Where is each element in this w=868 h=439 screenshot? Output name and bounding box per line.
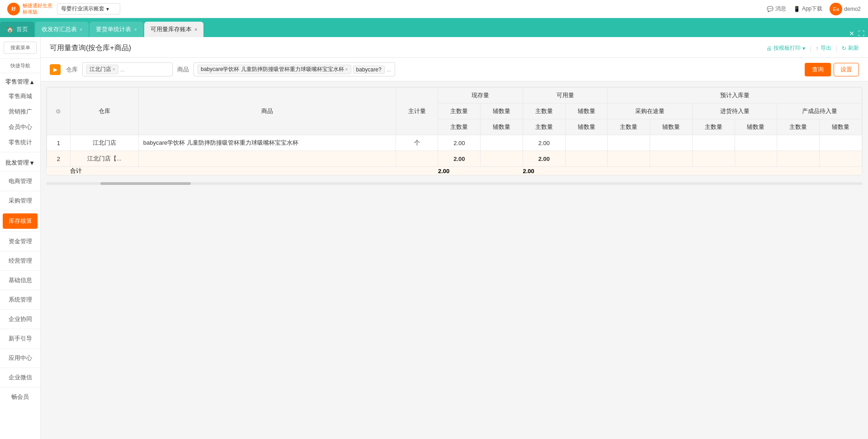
sidebar-item-enterprise[interactable]: 企业协同 xyxy=(0,312,40,327)
product-tag-2[interactable]: babycare? xyxy=(353,66,385,74)
divider-12 xyxy=(0,368,40,368)
tab-order-stats[interactable]: 要货单统计表 × xyxy=(90,22,143,37)
divider-10 xyxy=(0,329,40,329)
horizontal-scrollbar[interactable] xyxy=(41,181,868,186)
chevron-down-icon-print: ▾ xyxy=(802,45,805,52)
product-filter-label: 商品 xyxy=(177,66,189,74)
col-purchase-transit-header: 采购在途量 xyxy=(608,104,692,119)
refresh-icon: ↻ xyxy=(842,45,846,52)
sidebar-item-system[interactable]: 系统管理 xyxy=(0,292,40,307)
product-more[interactable]: ... xyxy=(387,66,391,73)
divider-4 xyxy=(0,210,40,211)
nav-maximize-btn[interactable]: ⛶ xyxy=(858,30,864,37)
sidebar-item-operations[interactable]: 经营管理 xyxy=(0,253,40,269)
col-available-aux-qty: 辅数量 xyxy=(565,104,608,119)
tab-close-order-stats[interactable]: × xyxy=(134,27,137,32)
nav-tabs: 🏠 首页 收发存汇总表 × 要货单统计表 × 可用量库存账本 × ✕ ⛶ xyxy=(0,18,868,37)
sidebar-item-inventory[interactable]: 库存核算 xyxy=(3,213,38,229)
col-planned-inbound-header: 预计入库量 xyxy=(608,88,862,104)
total-inb-main xyxy=(692,167,735,175)
setting-button[interactable]: 设置 xyxy=(834,63,859,76)
export-button[interactable]: ↑ 导出 xyxy=(816,44,831,52)
col-current-main-qty: 主数量 xyxy=(438,104,481,119)
sidebar-item-marketing[interactable]: 营销推广 xyxy=(0,104,40,119)
query-button[interactable]: 查询 xyxy=(805,63,831,76)
divider-8 xyxy=(0,290,40,290)
print-template-button[interactable]: 🖨 按模板打印 ▾ xyxy=(766,44,805,52)
total-label xyxy=(47,167,71,175)
tab-receipts[interactable]: 收发存汇总表 × xyxy=(35,22,89,37)
filter-toggle-button[interactable]: ▶ xyxy=(50,64,61,75)
tab-close-inventory-ledger[interactable]: × xyxy=(194,27,197,32)
warehouse-more[interactable]: ... xyxy=(120,66,125,73)
sidebar-item-vip[interactable]: 畅会员 xyxy=(0,389,40,405)
row1-pur-main xyxy=(608,135,650,151)
warehouse-tag-close-1[interactable]: × xyxy=(113,67,115,72)
row1-avail-aux xyxy=(565,135,608,151)
search-menu-button[interactable]: 搜索菜单 xyxy=(4,42,37,54)
divider-1 xyxy=(0,152,40,152)
total-prod-aux xyxy=(820,167,862,175)
product-tag-close-1[interactable]: × xyxy=(345,67,348,72)
sidebar-item-ecommerce[interactable]: 电商管理 xyxy=(0,174,40,189)
col-avail-main-qty2: 主数量 xyxy=(523,119,565,135)
col-inbound-pending-header: 进货待入量 xyxy=(692,104,777,119)
sidebar-item-retail-stats[interactable]: 零售统计 xyxy=(0,135,40,150)
top-bar-right: 💬 消息 📱 App下载 Ea demo2 xyxy=(767,3,861,15)
row2-avail-main: 2.00 xyxy=(523,151,565,167)
warehouse-tag-1[interactable]: 江北门店 × xyxy=(86,65,118,74)
sidebar-item-basic[interactable]: 基础信息 xyxy=(0,273,40,288)
row2-inb-aux xyxy=(735,151,777,167)
col-purchase-main: 主数量 xyxy=(608,119,650,135)
total-pur-main xyxy=(608,167,650,175)
product-filter-input[interactable]: babycare学饮杯 儿童防摔防撞吸管杯重力球吸嘴杯宝宝水杯 × babyca… xyxy=(193,62,395,76)
sidebar-item-newbie[interactable]: 新手引导 xyxy=(0,331,40,346)
sidebar-item-wechat[interactable]: 企业微信 xyxy=(0,370,40,385)
product-tag-1[interactable]: babycare学饮杯 儿童防摔防撞吸管杯重力球吸嘴杯宝宝水杯 × xyxy=(198,65,351,74)
avatar: Ea xyxy=(830,3,842,15)
total-avail-main: 2.00 xyxy=(523,167,565,175)
nav-close-btn[interactable]: ✕ xyxy=(849,30,854,37)
scroll-thumb[interactable] xyxy=(100,182,191,185)
row1-prod-aux xyxy=(820,135,862,151)
scroll-track xyxy=(46,182,863,185)
inventory-table: ⚙ 仓库 商品 主计量 现存量 可用量 预计入库量 主数量 辅数量 主数量 辅数… xyxy=(47,87,862,175)
table-container: ⚙ 仓库 商品 主计量 现存量 可用量 预计入库量 主数量 辅数量 主数量 辅数… xyxy=(46,87,863,175)
sidebar-group-wholesale-header[interactable]: 批发管理 ▼ xyxy=(0,154,40,170)
col-avail-aux-qty2: 辅数量 xyxy=(565,119,608,135)
quick-nav-button[interactable]: 快捷导航 xyxy=(0,59,40,73)
row2-warehouse: 江北门店【... xyxy=(70,151,138,167)
table-row: 2 江北门店【... 2.00 2.00 xyxy=(47,151,862,167)
tab-inventory-ledger[interactable]: 可用量库存账本 × xyxy=(144,22,203,37)
tab-close-receipts[interactable]: × xyxy=(80,27,82,32)
warehouse-filter-input[interactable]: 江北门店 × ... xyxy=(82,62,173,76)
total-avail-aux xyxy=(565,167,608,175)
filter-actions: 查询 设置 xyxy=(805,63,859,76)
col-current-aux-qty: 辅数量 xyxy=(481,104,523,119)
col-warehouse-header: 仓库 xyxy=(70,88,138,135)
page-title: 可用量查询(按仓库+商品) xyxy=(50,43,131,53)
col-cur-main-qty2: 主数量 xyxy=(438,119,481,135)
top-bar-left: 好 畅捷通好生意 标准版 母婴行业演示账套 ▾ xyxy=(7,3,120,15)
app-download-button[interactable]: 📱 App下载 xyxy=(793,5,822,13)
user-profile[interactable]: Ea demo2 xyxy=(830,3,861,15)
col-product-aux: 辅数量 xyxy=(820,119,862,135)
sidebar-item-members[interactable]: 会员中心 xyxy=(0,119,40,135)
divider-2 xyxy=(0,171,40,172)
industry-select[interactable]: 母婴行业演示账套 ▾ xyxy=(57,3,120,14)
col-available-main-qty: 主数量 xyxy=(523,104,565,119)
sidebar-item-retail-mall[interactable]: 零售商城 xyxy=(0,89,40,104)
content-area: 可用量查询(按仓库+商品) 🖨 按模板打印 ▾ | ↑ 导出 | ↻ 刷新 xyxy=(41,37,868,439)
main-layout: 搜索菜单 快捷导航 零售管理 ▲ 零售商城 营销推广 会员中心 零售统计 批发管… xyxy=(0,37,868,439)
row1-pur-aux xyxy=(650,135,693,151)
sidebar-item-purchase[interactable]: 采购管理 xyxy=(0,193,40,208)
sidebar-group-retail: 零售管理 ▲ 零售商城 营销推广 会员中心 零售统计 xyxy=(0,73,40,150)
sidebar-group-retail-header[interactable]: 零售管理 ▲ xyxy=(0,73,40,89)
message-button[interactable]: 💬 消息 xyxy=(767,5,786,13)
refresh-button[interactable]: ↻ 刷新 xyxy=(842,44,859,52)
tab-home[interactable]: 🏠 首页 xyxy=(0,22,34,37)
total-cur-main: 2.00 xyxy=(438,167,481,175)
row2-cur-aux xyxy=(481,151,523,167)
sidebar-item-appstore[interactable]: 应用中心 xyxy=(0,350,40,366)
sidebar-item-finance[interactable]: 资金管理 xyxy=(0,234,40,249)
